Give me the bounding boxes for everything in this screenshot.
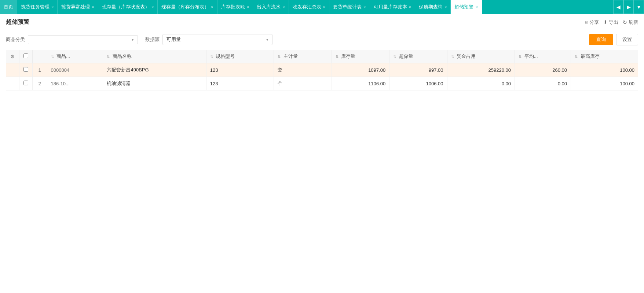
row-checkbox-cell[interactable]	[19, 63, 32, 77]
sort-icon: ⇅	[336, 55, 339, 59]
row-maxstock: 100.00	[571, 77, 638, 90]
table-row: 2 186-10... 机油滤清器 123 个 1106.00 1006.00 …	[6, 77, 638, 90]
col-stock-header[interactable]: ⇅ 库存量	[332, 50, 389, 63]
col-code-header[interactable]: ⇅ 商品...	[47, 50, 103, 63]
page-actions: ⎋ 分享 ⬇ 导出 ↻ 刷新	[585, 19, 638, 26]
row-overstock: 1006.00	[389, 77, 447, 90]
row-overstock: 997.00	[389, 63, 447, 77]
nav-stock-dist[interactable]: 现存量（库存分布表） ×	[158, 0, 217, 14]
sort-icon: ⇅	[51, 55, 54, 59]
row-name: 机油滤清器	[103, 77, 206, 90]
row-capital: 0.00	[447, 77, 515, 90]
category-label: 商品分类	[6, 36, 25, 43]
category-filter: 商品分类 ▾	[6, 35, 138, 44]
page-header: 超储预警 ⎋ 分享 ⬇ 导出 ↻ 刷新	[0, 14, 644, 29]
row-checkbox-cell[interactable]	[19, 77, 32, 90]
chevron-down-icon: ▾	[132, 37, 134, 42]
row-maxstock: 100.00	[571, 63, 638, 77]
row-code: 0000004	[47, 63, 103, 77]
datasource-label: 数据源	[145, 36, 160, 43]
export-icon: ⬇	[603, 19, 607, 25]
sort-icon: ⇅	[210, 55, 213, 59]
share-button[interactable]: ⎋ 分享	[585, 19, 599, 26]
chevron-down-icon: ▾	[266, 37, 268, 42]
nav-pick-exception[interactable]: 拣货异常处理 ×	[58, 0, 98, 14]
col-spec-header[interactable]: ⇅ 规格型号	[206, 50, 274, 63]
nav-overstock[interactable]: 超储预警 ×	[451, 0, 482, 14]
checkbox-header[interactable]	[19, 50, 32, 63]
row-number: 1	[32, 63, 47, 77]
nav-stock-batch[interactable]: 库存批次账 ×	[217, 0, 253, 14]
col-maxstock-header[interactable]: ⇅ 最高库存	[571, 50, 638, 63]
row-unit: 套	[274, 63, 332, 77]
row-number: 2	[32, 77, 47, 90]
nav-left-arrow[interactable]: ◀	[613, 0, 623, 14]
row-spec: 123	[206, 63, 274, 77]
nav-requisition-stat[interactable]: 要货单统计表 ×	[329, 0, 370, 14]
col-capital-header[interactable]: ⇅ 资金占用	[447, 50, 515, 63]
filter-bar: 商品分类 ▾ 数据源 可用量 ▾ 查询 设置	[0, 29, 644, 50]
close-icon[interactable]: ×	[444, 5, 447, 9]
datasource-filter: 数据源 可用量 ▾	[145, 34, 272, 45]
gear-header: ⚙	[6, 50, 19, 63]
datasource-select-value: 可用量	[167, 36, 181, 43]
nav-receipt-summary[interactable]: 收发存汇总表 ×	[289, 0, 329, 14]
col-num-header	[32, 50, 47, 63]
sort-icon: ⇅	[107, 55, 110, 59]
row-checkbox[interactable]	[23, 81, 28, 85]
row-gear-cell	[6, 63, 19, 77]
refresh-button[interactable]: ↻ 刷新	[623, 19, 638, 26]
sort-icon: ⇅	[519, 55, 522, 59]
page-content: 超储预警 ⎋ 分享 ⬇ 导出 ↻ 刷新 商品分类 ▾ 数据源	[0, 14, 644, 293]
nav-available-stock[interactable]: 可用量库存账本 ×	[370, 0, 415, 14]
close-icon[interactable]: ×	[51, 5, 54, 9]
close-icon[interactable]: ×	[475, 5, 477, 9]
close-icon[interactable]: ×	[151, 5, 154, 9]
nav-home[interactable]: 首页	[0, 0, 17, 14]
share-icon: ⎋	[585, 19, 588, 25]
row-avg: 0.00	[515, 77, 571, 90]
col-unit-header[interactable]: ⇅ 主计量	[274, 50, 332, 63]
sort-icon: ⇅	[451, 55, 454, 59]
select-all-checkbox[interactable]	[23, 53, 28, 58]
gear-icon[interactable]: ⚙	[10, 54, 15, 59]
nav-shelf-life[interactable]: 保质期查询 ×	[415, 0, 451, 14]
close-icon[interactable]: ×	[92, 5, 94, 9]
overstock-table: ⚙ ⇅ 商品... ⇅ 商品名称 ⇅	[6, 50, 638, 90]
filter-actions: 查询 设置	[589, 34, 638, 45]
close-icon[interactable]: ×	[363, 5, 366, 9]
nav-stock-status[interactable]: 现存量（库存状况表） ×	[98, 0, 158, 14]
col-overstock-header[interactable]: ⇅ 超储量	[389, 50, 447, 63]
nav-right-arrow[interactable]: ▶	[623, 0, 634, 14]
row-name: 六配套新昌490BPG	[103, 63, 206, 77]
sort-icon: ⇅	[393, 55, 396, 59]
row-gear-cell	[6, 77, 19, 90]
close-icon[interactable]: ×	[247, 5, 249, 9]
col-avg-header[interactable]: ⇅ 平均...	[515, 50, 571, 63]
nav-arrows: ◀ ▶ ▼	[613, 0, 644, 14]
row-unit: 个	[274, 77, 332, 90]
page-title: 超储预警	[6, 18, 29, 26]
query-button[interactable]: 查询	[589, 34, 613, 45]
sort-icon: ⇅	[278, 55, 281, 59]
category-select[interactable]: ▾	[28, 35, 138, 44]
top-navigation: 首页 拣货任务管理 × 拣货异常处理 × 现存量（库存状况表） × 现存量（库存…	[0, 0, 644, 14]
close-icon[interactable]: ×	[211, 5, 213, 9]
sort-icon: ⇅	[575, 55, 578, 59]
close-icon[interactable]: ×	[282, 5, 285, 9]
row-checkbox[interactable]	[23, 67, 28, 72]
row-code: 186-10...	[47, 77, 103, 90]
close-icon[interactable]: ×	[409, 5, 411, 9]
row-avg: 260.00	[515, 63, 571, 77]
export-button[interactable]: ⬇ 导出	[603, 19, 618, 26]
nav-inout-flow[interactable]: 出入库流水 ×	[253, 0, 289, 14]
row-stock: 1097.00	[332, 63, 389, 77]
datasource-select[interactable]: 可用量 ▾	[162, 34, 272, 45]
nav-more-arrow[interactable]: ▼	[634, 0, 644, 14]
nav-pick-task[interactable]: 拣货任务管理 ×	[17, 0, 58, 14]
table-header-row: ⚙ ⇅ 商品... ⇅ 商品名称 ⇅	[6, 50, 638, 63]
settings-button[interactable]: 设置	[616, 34, 638, 45]
close-icon[interactable]: ×	[323, 5, 325, 9]
col-name-header[interactable]: ⇅ 商品名称	[103, 50, 206, 63]
row-stock: 1106.00	[332, 77, 389, 90]
